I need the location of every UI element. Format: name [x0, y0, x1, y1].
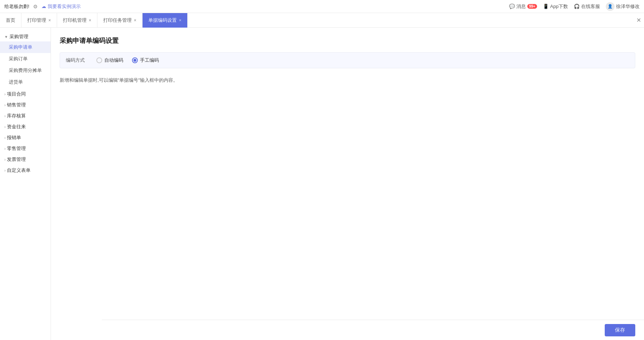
hint-text: 新增和编辑单据时,可以编辑"单据编号"输入框中的内容。	[60, 77, 635, 84]
coding-section: 编码方式 自动编码 手工编码	[60, 52, 635, 68]
sidebar-item-purchase-request[interactable]: 采购申请单	[0, 41, 51, 53]
collapse-icon: ▼	[4, 35, 8, 39]
expand-icon-3: ›	[4, 114, 5, 118]
content-area: 采购申请单编码设置 编码方式 自动编码 手工编码	[51, 28, 644, 340]
main-layout: ▼ 采购管理 采购申请单 采购订单 采购费用分摊单 进货单 › 项目合同 › 销…	[0, 28, 644, 340]
user-profile[interactable]: 👤 徐泽华修改	[606, 2, 640, 11]
tab-bar: 首页 打印管理 × 打印机管理 × 打印任务管理 × 单据编码设置 × ✕	[0, 13, 644, 28]
message-action[interactable]: 💬 消息 99+	[509, 3, 537, 10]
demo-link[interactable]: ☁ 我要看实例演示	[41, 3, 81, 10]
content-inner: 采购申请单编码设置 编码方式 自动编码 手工编码	[51, 28, 644, 340]
expand-icon-7: ›	[4, 158, 5, 162]
expand-icon-2: ›	[4, 103, 5, 107]
sidebar-group-sales-return[interactable]: › 报销单	[0, 131, 51, 142]
sidebar-group-retail-management[interactable]: › 零售管理	[0, 142, 51, 153]
app-title: 给老板勿剿!	[4, 3, 29, 10]
save-button[interactable]: 保存	[605, 324, 635, 336]
sidebar-item-purchase-expense[interactable]: 采购费用分摊单	[0, 65, 51, 76]
cloud-icon: ☁	[41, 4, 46, 9]
sidebar: ▼ 采购管理 采购申请单 采购订单 采购费用分摊单 进货单 › 项目合同 › 销…	[0, 28, 51, 340]
message-icon: 💬	[509, 4, 515, 9]
avatar: 👤	[606, 2, 615, 11]
sidebar-item-purchase-order[interactable]: 采购订单	[0, 53, 51, 65]
expand-icon-1: ›	[4, 92, 5, 96]
tab-print-task-management[interactable]: 打印任务管理 ×	[97, 13, 143, 28]
sidebar-group-project-contract[interactable]: › 项目合同	[0, 88, 51, 99]
sidebar-group-capital-flow[interactable]: › 资金往来	[0, 121, 51, 131]
online-service-action[interactable]: 🎧 在线客服	[574, 3, 600, 10]
sidebar-group-sales-management[interactable]: › 销售管理	[0, 99, 51, 110]
radio-auto-circle	[96, 57, 102, 63]
tab-printer-management[interactable]: 打印机管理 ×	[57, 13, 97, 28]
radio-auto-code[interactable]: 自动编码	[96, 57, 123, 64]
tab-print-management[interactable]: 打印管理 ×	[21, 13, 57, 28]
tab-bar-close-button[interactable]: ✕	[636, 17, 641, 24]
radio-manual-code[interactable]: 手工编码	[132, 57, 159, 64]
message-badge: 99+	[527, 4, 537, 9]
tab-close-single-code-setting[interactable]: ×	[179, 18, 181, 23]
coding-row: 编码方式 自动编码 手工编码	[60, 52, 635, 68]
sidebar-group-custom-forms[interactable]: › 自定义表单	[0, 164, 51, 175]
radio-group: 自动编码 手工编码	[96, 57, 159, 64]
tab-home[interactable]: 首页	[0, 13, 21, 28]
page-title: 采购申请单编码设置	[60, 36, 635, 45]
top-bar-left: 给老板勿剿! ⚙ ☁ 我要看实例演示	[4, 3, 81, 10]
sidebar-group-invoice-management[interactable]: › 发票管理	[0, 153, 51, 164]
tab-close-print-management[interactable]: ×	[48, 18, 51, 23]
app-download-action[interactable]: 📱 App下数	[543, 3, 568, 10]
expand-icon-4: ›	[4, 125, 5, 129]
tab-single-code-setting[interactable]: 单据编码设置 ×	[143, 13, 188, 28]
main-wrapper: 采购申请单编码设置 编码方式 自动编码 手工编码	[51, 28, 644, 340]
tab-close-print-task-management[interactable]: ×	[134, 18, 136, 23]
top-bar: 给老板勿剿! ⚙ ☁ 我要看实例演示 💬 消息 99+ 📱 App下数 🎧 在线…	[0, 0, 644, 13]
settings-icon[interactable]: ⚙	[33, 4, 38, 9]
expand-icon-6: ›	[4, 147, 5, 151]
sidebar-item-goods-receipt[interactable]: 进货单	[0, 76, 51, 88]
radio-manual-circle	[132, 57, 138, 63]
headset-icon: 🎧	[574, 4, 580, 9]
sidebar-group-purchase-management[interactable]: ▼ 采购管理	[0, 31, 51, 41]
tab-close-printer-management[interactable]: ×	[89, 18, 91, 23]
sidebar-group-inventory-settlement[interactable]: › 库存核算	[0, 110, 51, 121]
expand-icon-8: ›	[4, 169, 5, 173]
footer-bar: 保存	[102, 320, 644, 340]
expand-icon-5: ›	[4, 136, 5, 140]
top-bar-right: 💬 消息 99+ 📱 App下数 🎧 在线客服 👤 徐泽华修改	[509, 2, 640, 11]
coding-method-label: 编码方式	[66, 57, 88, 64]
mobile-icon: 📱	[543, 4, 549, 9]
